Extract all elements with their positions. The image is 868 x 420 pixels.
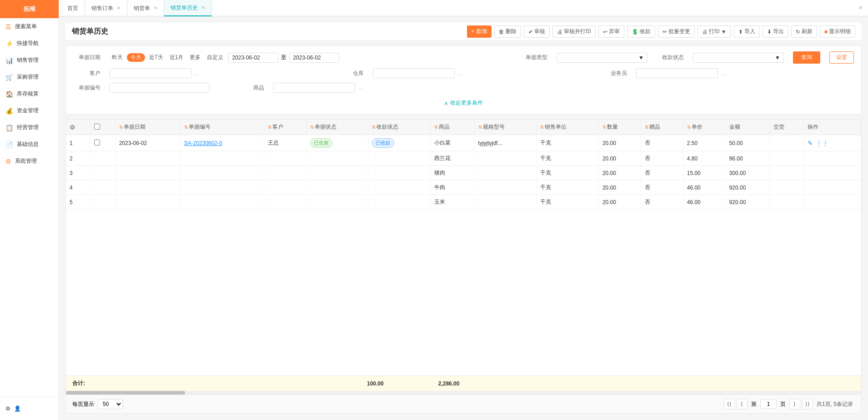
first-page-button[interactable]: ⟨⟨ [724,399,735,410]
tab-sales-order-close[interactable]: ✕ [117,0,120,16]
cell-action[interactable] [804,180,861,195]
shortcut-today[interactable]: 今天 [127,53,145,62]
sidebar-item-inventory[interactable]: 🏠 库存核算 [0,85,59,102]
staff-input[interactable] [636,68,718,78]
sidebar-item-basic-info[interactable]: 📄 基础信息 [0,136,59,153]
sidebar-item-operation[interactable]: 📋 经营管理 [0,119,59,136]
col-trade[interactable]: 交货 [770,120,804,135]
audit-button[interactable]: ✔ 审核 [524,25,550,38]
col-unit[interactable]: ⇅销售单位 [537,120,599,135]
show-detail-button[interactable]: ■ 显示明细 [820,25,855,38]
cell-action[interactable] [804,195,861,210]
warehouse-input[interactable] [373,68,455,78]
sidebar-bottom-settings[interactable]: ⚙ 👤 [0,401,59,416]
shortcut-more[interactable]: 更多 [187,53,203,62]
col-doc-status[interactable]: ⇅单据状态 [306,120,368,135]
collapse-button[interactable]: ∧ 收起更多条件 [73,97,854,109]
cell-action[interactable] [804,166,861,180]
staff-dots[interactable]: … [721,70,726,76]
cell-doc-no[interactable] [180,180,264,195]
goods-input[interactable] [273,83,355,93]
col-customer[interactable]: ⇅客户 [264,120,306,135]
shortcut-yesterday[interactable]: 昨天 [110,53,125,62]
collect-status-select[interactable]: ▼ [693,53,784,63]
cell-action[interactable] [804,151,861,166]
setting-button[interactable]: 设置 [829,51,854,64]
row-checkbox[interactable] [94,140,100,145]
col-gear[interactable]: ⚙ [66,120,90,135]
query-button[interactable]: 查询 [793,51,820,64]
tab-home[interactable]: 首页 [61,0,85,16]
doc-no-input[interactable] [110,83,210,93]
last-page-button[interactable]: ⟩⟩ [802,399,813,410]
sidebar-item-sales-mgmt[interactable]: 📊 销售管理 [0,52,59,69]
horizontal-scrollbar[interactable] [66,391,861,395]
cell-doc-no[interactable] [180,166,264,180]
col-goods[interactable]: ⇅商品 [431,120,475,135]
per-page-select[interactable]: 10 20 50 100 [98,399,123,409]
next-page-button[interactable]: ⟩ [789,399,800,410]
tab-sales-order[interactable]: 销售订单 ✕ [85,0,127,16]
sidebar-item-quick-nav[interactable]: ⚡ 快捷导航 [0,35,59,52]
date-from-input[interactable] [228,53,278,63]
batch-change-button[interactable]: ✏ 批量变更 [658,25,695,38]
delete-button[interactable]: 🗑 删除 [494,25,521,38]
export-button[interactable]: ⬇ 导出 [763,25,788,38]
customer-input[interactable] [110,68,191,78]
cell-doc-no[interactable] [180,195,264,210]
close-all-tabs[interactable]: ✕ [853,5,868,11]
warehouse-dots[interactable]: … [457,70,463,76]
cell-checkbox[interactable] [90,151,115,166]
shortcut-custom[interactable]: 自定义 [205,53,226,62]
delete-icon: 🗑 [499,29,504,35]
cell-doc-no[interactable]: SA-20230602-0 [180,135,264,151]
shortcut-1month[interactable]: 近1月 [167,53,186,62]
col-spec[interactable]: ⇅规格型号 [474,120,537,135]
col-gift[interactable]: ⇅赠品 [641,120,683,135]
tab-sales-history-close[interactable]: ✕ [201,0,205,16]
cell-action[interactable]: ✎⋮⋮ [804,135,861,151]
col-collect-status[interactable]: ⇅收款状态 [368,120,431,135]
goods-dots[interactable]: … [358,85,363,91]
customer-dots[interactable]: … [194,70,200,76]
doc-type-select[interactable]: ▼ [557,53,647,63]
tab-sales-delivery[interactable]: 销货单 ✕ [127,0,164,16]
cell-checkbox[interactable] [90,195,115,210]
doc-no-link[interactable]: SA-20230602-0 [184,140,222,146]
abandon-button[interactable]: ↩ 弃审 [598,25,624,38]
sidebar-item-finance[interactable]: 💰 资金管理 [0,102,59,119]
new-button[interactable]: + 新增 [467,25,492,38]
edit-action-button[interactable]: ✎ [808,140,813,147]
refresh-button[interactable]: ↻ 刷新 [791,25,817,38]
tab-sales-delivery-close[interactable]: ✕ [154,0,157,16]
date-to-input[interactable] [289,53,339,63]
cell-doc-no[interactable] [180,151,264,166]
table-settings-icon[interactable]: ⚙ [70,124,75,131]
cell-goods: 牛肉 [431,180,475,195]
page-number-input[interactable]: 1 [760,400,777,409]
sidebar-item-search-menu[interactable]: ☰ 搜索菜单 [0,18,59,35]
sidebar-item-purchase-mgmt[interactable]: 🛒 采购管理 [0,69,59,85]
col-amount[interactable]: 金额 [725,120,770,135]
audit-print-button[interactable]: 🖨 审核并打印 [552,25,596,38]
scrollbar-thumb[interactable] [66,391,185,395]
shortcut-7days[interactable]: 近7天 [147,53,166,62]
select-all-checkbox[interactable] [94,124,100,130]
print-button[interactable]: 🖨 打印 ▼ [697,25,731,38]
import-button[interactable]: ⬆ 导入 [734,25,760,38]
col-doc-no[interactable]: ⇅单据编号 [180,120,264,135]
sidebar-item-system-mgmt[interactable]: ⚙ 系统管理 [0,153,59,170]
more-action-button[interactable]: ⋮⋮ [816,140,828,147]
cell-checkbox[interactable] [90,135,115,151]
col-checkbox[interactable] [90,120,115,135]
cell-checkbox[interactable] [90,180,115,195]
tab-sales-history[interactable]: 销货单历史 ✕ [164,0,212,16]
table-scroll[interactable]: ⚙ ⇅单据日期 ⇅单据编号 ⇅客户 ⇅单据状态 ⇅收款状态 ⇅商品 ⇅规格型号 … [66,120,861,375]
cell-checkbox[interactable] [90,166,115,180]
collect-button[interactable]: 💲 收款 [627,25,655,38]
purchase-icon: 🛒 [5,74,13,81]
col-qty[interactable]: ⇅数量 [598,120,641,135]
col-price[interactable]: ⇅单价 [683,120,725,135]
prev-page-button[interactable]: ⟨ [737,399,748,410]
col-date[interactable]: ⇅单据日期 [115,120,180,135]
